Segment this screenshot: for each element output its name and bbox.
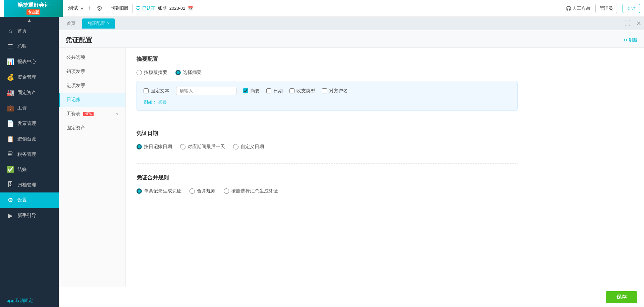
funds-icon: 💰 bbox=[7, 74, 14, 81]
left-nav-item-fixed[interactable]: 固定资产 bbox=[59, 121, 125, 135]
sidebar-item-tax[interactable]: 🏛税务管理 bbox=[0, 147, 59, 162]
accountant-button[interactable]: 会计 bbox=[623, 4, 640, 13]
admin-button[interactable]: 管理员 bbox=[595, 4, 617, 13]
sidebar-item-funds[interactable]: 💰资金管理 bbox=[0, 70, 59, 85]
period-last-radio[interactable]: 对应期间最后一天 bbox=[180, 144, 225, 150]
tab-voucher-config[interactable]: 凭证配置 × bbox=[82, 18, 115, 29]
counterpart-checkbox-label[interactable]: 对方户名 bbox=[322, 88, 348, 94]
project-dropdown-icon[interactable]: ▾ bbox=[81, 6, 83, 11]
fixed-text-checkbox-label[interactable]: 固定文本 bbox=[144, 88, 169, 94]
expand-icon[interactable]: ⛶ bbox=[625, 20, 631, 27]
settings-gear-button[interactable]: ⚙ bbox=[95, 3, 104, 14]
single-record-input[interactable] bbox=[137, 188, 142, 194]
main-layout: ▲ ⌂首页☰总账📊报表中心💰资金管理🏭固定资产💼工资📄发票管理📋进销台账🏛税务管… bbox=[0, 17, 644, 307]
left-nav-item-journal[interactable]: 日记账 bbox=[59, 93, 125, 107]
sidebar-item-guide[interactable]: ▶新手引导 bbox=[0, 208, 59, 223]
summary-options-row: 固定文本 摘要 日期 bbox=[144, 87, 511, 95]
summary-config-section: 摘要配置 按模版摘要 选择摘要 bbox=[137, 56, 518, 119]
left-nav-item-public[interactable]: 公共选项 bbox=[59, 50, 125, 64]
summary-radio-group: 按模版摘要 选择摘要 bbox=[137, 70, 518, 76]
period-last-input[interactable] bbox=[180, 144, 185, 149]
sidebar-item-reports[interactable]: 📊报表中心 bbox=[0, 54, 59, 70]
custom-date-radio[interactable]: 自定义日期 bbox=[233, 144, 264, 150]
select-all-input[interactable] bbox=[224, 188, 229, 194]
income-type-checkbox-label[interactable]: 收支类型 bbox=[289, 88, 315, 94]
page-title: 凭证配置 bbox=[65, 36, 92, 45]
sidebar-item-invoice_mgmt[interactable]: 📄发票管理 bbox=[0, 116, 59, 131]
sidebar-item-home[interactable]: ⌂首页 bbox=[0, 24, 59, 39]
merge-radio[interactable]: 合并规则 bbox=[190, 188, 216, 194]
summary-checkbox[interactable] bbox=[243, 88, 248, 93]
left-nav-item-payroll[interactable]: 工资表NEW∨ bbox=[59, 107, 125, 121]
sidebar: ▲ ⌂首页☰总账📊报表中心💰资金管理🏭固定资产💼工资📄发票管理📋进销台账🏛税务管… bbox=[0, 17, 59, 307]
single-record-radio[interactable]: 单条记录生成凭证 bbox=[137, 188, 181, 194]
date-checkbox-label[interactable]: 日期 bbox=[266, 88, 283, 94]
period-label: 账期 bbox=[158, 5, 167, 11]
logo: 畅捷通好会计 专业版 bbox=[4, 0, 63, 17]
badge-new-payroll: NEW bbox=[83, 112, 94, 116]
sidebar-item-closing[interactable]: ✅结账 bbox=[0, 162, 59, 177]
merge-rule-title: 凭证合并规则 bbox=[137, 174, 518, 181]
merge-rule-radio-group: 单条记录生成凭证 合并规则 按照选择汇总生成凭证 bbox=[137, 188, 518, 194]
fixed_assets-icon: 🏭 bbox=[7, 89, 14, 96]
refresh-button[interactable]: ↻ 刷新 bbox=[624, 37, 637, 43]
summary-checkbox-label[interactable]: 摘要 bbox=[243, 88, 260, 94]
summary-template-radio[interactable]: 按模版摘要 bbox=[137, 70, 167, 76]
example-value: 摘要 bbox=[158, 99, 167, 104]
sidebar-item-purchase_sale[interactable]: 📋进销台账 bbox=[0, 131, 59, 147]
summary-label: 摘要 bbox=[250, 88, 260, 94]
cancel-fixed-button[interactable]: ◀◀ 取消固定 bbox=[0, 294, 59, 307]
sidebar-item-archive[interactable]: 🗄归档管理 bbox=[0, 177, 59, 192]
ledger-icon: ☰ bbox=[7, 43, 14, 50]
sidebar-label-closing: 结账 bbox=[17, 167, 27, 173]
sidebar-item-fixed_assets[interactable]: 🏭固定资产 bbox=[0, 85, 59, 100]
summary-options-box: 固定文本 摘要 日期 bbox=[137, 81, 518, 111]
sidebar-label-invoice_mgmt: 发票管理 bbox=[17, 121, 36, 127]
journal-date-input[interactable] bbox=[137, 144, 142, 149]
invoice_mgmt-icon: 📄 bbox=[7, 120, 14, 127]
closing-icon: ✅ bbox=[7, 166, 14, 173]
sidebar-label-salary: 工资 bbox=[17, 105, 27, 111]
merge-input[interactable] bbox=[190, 188, 195, 194]
sidebar-label-settings: 设置 bbox=[17, 197, 27, 203]
summary-config-title: 摘要配置 bbox=[137, 56, 518, 63]
summary-select-radio[interactable]: 选择摘要 bbox=[175, 70, 202, 76]
save-button[interactable]: 保存 bbox=[606, 291, 637, 303]
income-type-checkbox[interactable] bbox=[289, 88, 294, 93]
journal-date-radio[interactable]: 按日记账日期 bbox=[137, 144, 172, 150]
calendar-icon[interactable]: 📅 bbox=[188, 6, 193, 11]
example-text: 例如： 摘要 bbox=[144, 99, 511, 105]
refresh-label: 刷新 bbox=[629, 37, 637, 43]
add-button[interactable]: + bbox=[86, 3, 93, 13]
consult-button[interactable]: 🎧 人工咨询 bbox=[566, 5, 590, 11]
tab-bar: 首页 凭证配置 × ⛶ ✕ bbox=[59, 17, 644, 30]
tab-close-icon[interactable]: × bbox=[107, 21, 109, 26]
sidebar-label-archive: 归档管理 bbox=[17, 182, 36, 188]
expand-icon-payroll[interactable]: ∨ bbox=[116, 112, 119, 116]
sidebar-label-tax: 税务管理 bbox=[17, 151, 36, 158]
switch-old-button[interactable]: 切到旧版 bbox=[107, 4, 133, 13]
counterpart-checkbox[interactable] bbox=[322, 88, 327, 93]
refresh-icon: ↻ bbox=[624, 38, 627, 43]
date-checkbox[interactable] bbox=[266, 88, 271, 93]
sidebar-label-ledger: 总账 bbox=[17, 43, 27, 49]
content-area: 首页 凭证配置 × ⛶ ✕ 凭证配置 ↻ 刷新 公共选项销项 bbox=[59, 17, 644, 307]
page-header: 凭证配置 ↻ 刷新 bbox=[59, 30, 644, 48]
fixed-text-input[interactable] bbox=[176, 87, 236, 95]
select-all-radio[interactable]: 按照选择汇总生成凭证 bbox=[224, 188, 278, 194]
close-all-icon[interactable]: ✕ bbox=[636, 20, 641, 27]
summary-select-input[interactable] bbox=[175, 70, 181, 75]
left-nav-item-sales[interactable]: 销项发票 bbox=[59, 64, 125, 79]
guide-icon: ▶ bbox=[7, 212, 14, 219]
summary-template-input[interactable] bbox=[137, 70, 142, 75]
sidebar-item-salary[interactable]: 💼工资 bbox=[0, 100, 59, 116]
sidebar-item-settings[interactable]: ⚙设置 bbox=[0, 192, 59, 208]
left-nav-item-purchase[interactable]: 进项发票 bbox=[59, 79, 125, 93]
fixed-text-checkbox[interactable] bbox=[144, 88, 149, 93]
custom-date-input[interactable] bbox=[233, 144, 238, 149]
tab-home[interactable]: 首页 bbox=[61, 18, 81, 29]
logo-text: 畅捷通好会计 bbox=[17, 2, 50, 9]
custom-date-label: 自定义日期 bbox=[240, 144, 264, 150]
sidebar-item-ledger[interactable]: ☰总账 bbox=[0, 39, 59, 54]
sidebar-scroll-up[interactable]: ▲ bbox=[0, 17, 59, 24]
